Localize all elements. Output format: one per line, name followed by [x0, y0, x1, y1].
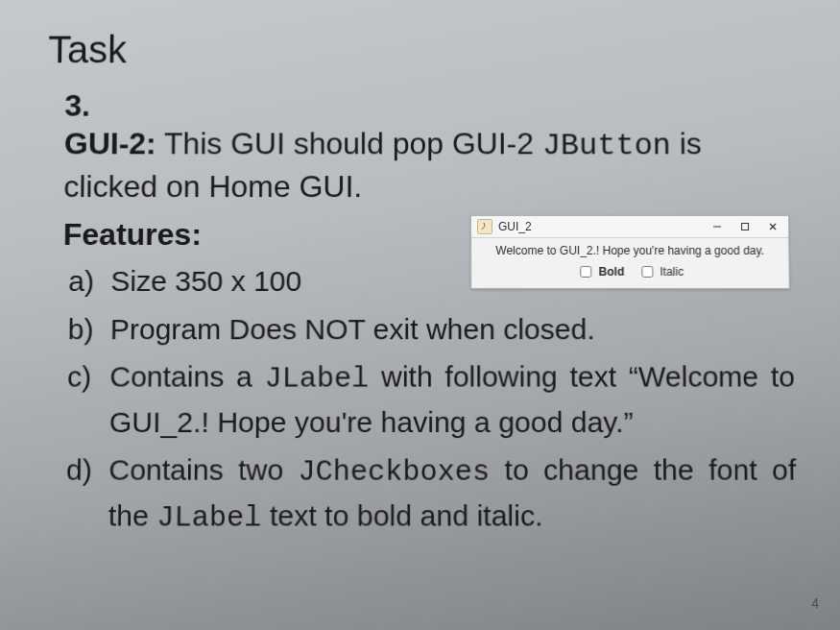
bold-checkbox-label[interactable]: Bold	[577, 263, 625, 280]
java-app-icon	[477, 219, 492, 234]
main-text-1: This GUI should pop GUI-2	[156, 127, 542, 161]
minimize-button[interactable]	[703, 218, 731, 235]
gui2-titlebar: GUI_2	[471, 216, 788, 238]
feature-a: a) Size 350 x 100	[68, 260, 470, 303]
feature-d: d) Contains two JCheckboxes to change th…	[65, 449, 797, 540]
features-heading: Features:	[63, 217, 470, 253]
feature-letter-c: c)	[67, 356, 92, 399]
feature-letter-a: a)	[68, 260, 94, 303]
task-heading: Task	[48, 29, 792, 71]
item-number: 3.	[64, 88, 97, 124]
italic-text: Italic	[660, 265, 684, 279]
list-item-3: 3. GUI-2: This GUI should pop GUI-2 JBut…	[60, 88, 798, 545]
feature-c-pre: Contains a	[109, 361, 265, 393]
feature-d-post: text to bold and italic.	[261, 499, 542, 532]
svg-rect-1	[742, 224, 749, 230]
jlabel-code-1: JLabel	[265, 363, 370, 396]
feature-c: c) Contains a JLabel with following text…	[66, 356, 796, 444]
document-page: Task 3. GUI-2: This GUI should pop GUI-2…	[0, 2, 840, 581]
jlabel-code-2: JLabel	[156, 501, 261, 535]
gui2-checkbox-row: Bold Italic	[481, 263, 780, 280]
gui2-welcome-label: Welcome to GUI_2.! Hope you're having a …	[481, 244, 779, 257]
italic-checkbox[interactable]	[641, 266, 653, 278]
feature-d-pre: Contains two	[108, 454, 298, 486]
page-number: 4	[811, 595, 819, 611]
feature-b-text: Program Does NOT exit when closed.	[110, 313, 595, 345]
feature-letter-b: b)	[67, 308, 93, 351]
item-main-sentence: GUI-2: This GUI should pop GUI-2 JButton…	[63, 124, 793, 208]
features-row: Features: a) Size 350 x 100 GUI_	[62, 213, 794, 308]
gui2-window-title: GUI_2	[498, 220, 703, 233]
feature-a-text: Size 350 x 100	[110, 265, 301, 297]
jbutton-code: JButton	[542, 129, 671, 164]
gui2-window: GUI_2 Welcome to GUI_2.! Hope you're hav…	[470, 215, 790, 289]
close-button[interactable]	[758, 218, 786, 235]
maximize-button[interactable]	[731, 218, 758, 235]
feature-letter-d: d)	[66, 449, 92, 492]
gui2-body: Welcome to GUI_2.! Hope you're having a …	[471, 238, 789, 288]
feature-b: b) Program Does NOT exit when closed.	[67, 308, 794, 351]
bold-text: Bold	[599, 265, 625, 279]
bold-checkbox[interactable]	[581, 266, 592, 278]
gui2-label: GUI-2:	[64, 127, 156, 161]
jcheckboxes-code: JCheckboxes	[298, 456, 490, 489]
item-body: GUI-2: This GUI should pop GUI-2 JButton…	[60, 124, 797, 546]
italic-checkbox-label[interactable]: Italic	[637, 263, 684, 280]
